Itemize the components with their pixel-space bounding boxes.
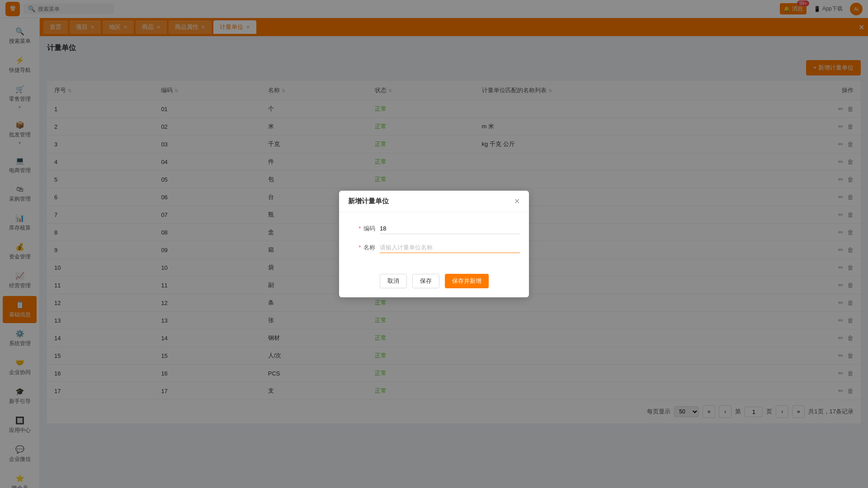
save-button[interactable]: 保存 bbox=[412, 274, 439, 288]
modal-body: * 编码 * 名称 bbox=[339, 212, 529, 268]
required-mark: * bbox=[359, 244, 361, 251]
modal-footer: 取消 保存 保存并新增 bbox=[339, 268, 529, 297]
required-mark: * bbox=[359, 225, 361, 232]
modal-overlay[interactable]: 新增计量单位 ✕ * 编码 * 名称 取消 保存 保存并新增 bbox=[0, 0, 868, 488]
form-name-label: * 名称 bbox=[348, 244, 375, 252]
code-input[interactable] bbox=[380, 223, 520, 234]
cancel-button[interactable]: 取消 bbox=[380, 274, 407, 288]
form-row-name: * 名称 bbox=[348, 242, 520, 253]
modal-header: 新增计量单位 ✕ bbox=[339, 191, 529, 212]
save-add-button[interactable]: 保存并新增 bbox=[445, 274, 489, 288]
add-unit-modal: 新增计量单位 ✕ * 编码 * 名称 取消 保存 保存并新增 bbox=[339, 191, 529, 297]
modal-title: 新增计量单位 bbox=[348, 197, 389, 206]
form-code-label: * 编码 bbox=[348, 225, 375, 233]
form-row-code: * 编码 bbox=[348, 223, 520, 234]
modal-close-btn[interactable]: ✕ bbox=[514, 197, 520, 206]
name-input[interactable] bbox=[380, 242, 520, 253]
